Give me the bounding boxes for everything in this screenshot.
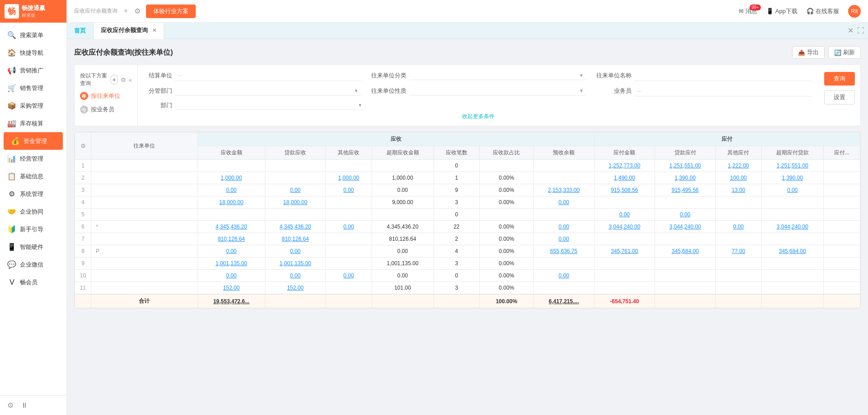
- table-cell[interactable]: 1,251,551.00: [761, 160, 823, 172]
- table-cell[interactable]: 1,222.00: [716, 160, 762, 172]
- table-cell: 4,345,436.20: [372, 221, 434, 233]
- settings-icon[interactable]: ⚙: [121, 76, 126, 83]
- table-cell[interactable]: 1,490.00: [594, 172, 655, 184]
- table-cell[interactable]: 1,001,135.00: [198, 258, 265, 270]
- table-cell[interactable]: 0.00: [716, 221, 762, 233]
- sidebar-item-operations[interactable]: 📊 经营管理: [0, 150, 66, 167]
- table-cell[interactable]: 3,044,240.00: [761, 221, 823, 233]
- table-cell[interactable]: 152.00: [265, 282, 326, 295]
- unit-nature-select[interactable]: ▼: [409, 86, 586, 95]
- user-avatar[interactable]: Rit: [848, 5, 861, 18]
- settings-btn[interactable]: 设置: [824, 90, 855, 105]
- tab-home[interactable]: 首页: [67, 23, 94, 38]
- sidebar-item-guide[interactable]: 🔰 新手引导: [0, 220, 66, 238]
- table-cell[interactable]: 152.00: [198, 282, 265, 295]
- table-cell[interactable]: 915,495.56: [655, 184, 715, 196]
- sidebar-item-cooperation[interactable]: 🤝 企业协同: [0, 203, 66, 220]
- unit-category-select[interactable]: ▼: [409, 71, 586, 80]
- table-cell[interactable]: 1,001,135.00: [265, 258, 326, 270]
- sidebar-item-marketing[interactable]: 📢 营销推广: [0, 62, 66, 79]
- table-cell[interactable]: 13.00: [716, 184, 762, 196]
- table-cell[interactable]: 2,153,333.00: [533, 184, 594, 196]
- table-cell[interactable]: 1,390.00: [655, 172, 715, 184]
- table-cell[interactable]: 0.00: [265, 184, 326, 196]
- settings-footer-icon[interactable]: ⚙: [7, 401, 14, 410]
- table-cell[interactable]: 0.00: [326, 270, 372, 282]
- sidebar-item-finance[interactable]: 💰 资金管理: [4, 132, 63, 150]
- table-cell[interactable]: 4,345,436.20: [198, 221, 265, 233]
- table-cell[interactable]: 4,345,436.20: [265, 221, 326, 233]
- export-btn[interactable]: 📤 导出: [792, 46, 825, 59]
- table-cell[interactable]: 810,126.64: [265, 233, 326, 245]
- tab-ar-ap[interactable]: 应收应付余额查询 ✕: [94, 23, 164, 39]
- table-cell[interactable]: 345,684.00: [761, 245, 823, 258]
- table-cell[interactable]: 1,000.00: [198, 172, 265, 184]
- table-cell[interactable]: 655,636.75: [533, 245, 594, 258]
- table-cell[interactable]: 0.00: [655, 209, 715, 221]
- sidebar-item-inventory[interactable]: 🏭 库存核算: [0, 114, 66, 132]
- sidebar-item-wechat[interactable]: 💬 企业微信: [0, 256, 66, 273]
- refresh-btn[interactable]: 🔄 刷新: [828, 46, 861, 59]
- table-cell[interactable]: 3,044,240.00: [594, 221, 655, 233]
- sidebar-item-sales[interactable]: 🛒 销售管理: [0, 79, 66, 97]
- dept-select[interactable]: ▼: [175, 86, 361, 95]
- table-cell[interactable]: 345,761.00: [594, 245, 655, 258]
- query-by-staff[interactable]: 员 按业务员: [75, 103, 137, 116]
- table-cell[interactable]: 3,044,240.00: [655, 221, 715, 233]
- table-cell[interactable]: 0.00: [265, 245, 326, 258]
- table-cell[interactable]: 0.00: [198, 270, 265, 282]
- table-cell[interactable]: 0.00: [326, 184, 372, 196]
- table-cell[interactable]: 77.00: [716, 245, 762, 258]
- sidebar-item-quick-nav[interactable]: 🏠 快捷导航: [0, 44, 66, 62]
- app-download-btn[interactable]: 📱 App下载: [766, 7, 797, 15]
- staff-input[interactable]: ···: [634, 86, 811, 96]
- message-btn[interactable]: ✉ 消息 99+: [739, 7, 757, 15]
- online-service-btn[interactable]: 🎧 在线客服: [807, 7, 839, 15]
- table-cell[interactable]: 345,684.00: [655, 245, 715, 258]
- search-add-btn[interactable]: +: [110, 75, 118, 85]
- table-cell[interactable]: 18,000.00: [265, 196, 326, 209]
- section-dept-select[interactable]: ▼: [175, 101, 365, 110]
- collapse-icon[interactable]: «: [129, 76, 132, 83]
- table-cell[interactable]: 0.00: [533, 270, 594, 282]
- unit-name-input[interactable]: [634, 70, 811, 81]
- table-cell[interactable]: 0.00: [533, 196, 594, 209]
- table-cell[interactable]: 100.00: [716, 172, 762, 184]
- table-cell[interactable]: 0.00: [198, 184, 265, 196]
- jiesuan-input[interactable]: ···: [175, 70, 361, 81]
- collapse-btn[interactable]: 收起更多条件: [462, 113, 495, 119]
- settings-gear-icon[interactable]: ⚙: [134, 7, 141, 15]
- table-cell[interactable]: 1,000.00: [326, 172, 372, 184]
- table-cell[interactable]: 0.00: [761, 184, 823, 196]
- table-cell[interactable]: 1,252,773.00: [594, 160, 655, 172]
- table-cell[interactable]: 0.00: [594, 209, 655, 221]
- table-cell[interactable]: 18,000.00: [198, 196, 265, 209]
- sidebar-item-search-menu[interactable]: 🔍 搜索菜单: [0, 26, 66, 44]
- table-settings-icon[interactable]: ⚙: [80, 143, 86, 149]
- table-cell[interactable]: 0.00: [198, 245, 265, 258]
- sidebar-item-member[interactable]: Ⅴ 畅会员: [0, 273, 66, 291]
- table-cell[interactable]: 0.00: [326, 221, 372, 233]
- table-cell[interactable]: 1,390.00: [761, 172, 823, 184]
- table-cell[interactable]: 0.00: [533, 233, 594, 245]
- sidebar-item-basic-info[interactable]: 📋 基础信息: [0, 167, 66, 185]
- query-by-unit[interactable]: 业 按往来单位: [75, 89, 137, 103]
- tab-close-icon[interactable]: ✕: [152, 28, 156, 33]
- tab-close-all-icon[interactable]: ✕: [848, 26, 854, 35]
- sidebar-item-system[interactable]: ⚙ 系统管理: [0, 185, 66, 203]
- table-container[interactable]: ⚙ 往来单位 应收 应付 应收金额 贷款应收 其他应收 超期应收金额 应收笔数: [75, 132, 860, 308]
- sidebar-item-purchase[interactable]: 📦 采购管理: [0, 97, 66, 114]
- table-cell[interactable]: 810,126.64: [198, 233, 265, 245]
- query-btn[interactable]: 查询: [824, 72, 855, 86]
- sidebar-item-smart-hardware[interactable]: 📱 智能硬件: [0, 238, 66, 256]
- tab-fullscreen-icon[interactable]: ⛶: [857, 27, 864, 35]
- th-settings[interactable]: ⚙: [75, 133, 91, 160]
- table-cell[interactable]: 1,251,551.00: [655, 160, 715, 172]
- table-cell: [716, 282, 762, 295]
- table-cell: 0.00: [372, 270, 434, 282]
- collapse-footer-icon[interactable]: ⏸: [21, 401, 28, 410]
- table-cell[interactable]: 0.00: [265, 270, 326, 282]
- trial-btn[interactable]: 体验行业方案: [146, 5, 196, 18]
- table-cell[interactable]: 915,508.56: [594, 184, 655, 196]
- table-cell[interactable]: 0.00: [533, 221, 594, 233]
